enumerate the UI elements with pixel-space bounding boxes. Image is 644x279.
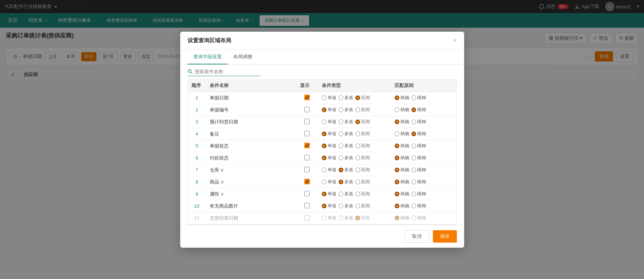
row-type-2: 单值多值区间 xyxy=(318,116,391,128)
modal-tab-query[interactable]: 查询字段设置 xyxy=(187,50,228,64)
th-type: 条件类型 xyxy=(318,79,391,92)
settings-modal: 设置查询区域布局 × 查询字段设置 布局调整 xyxy=(180,32,464,248)
row-type-7: 单值多值区间 xyxy=(318,176,391,188)
row-type-10: 单值多值区间 xyxy=(318,212,391,224)
th-name: 条件名称 xyxy=(206,79,296,92)
th-order: 顺序 xyxy=(188,79,206,92)
modal-tab-layout[interactable]: 布局调整 xyxy=(228,50,258,64)
row-show-2[interactable] xyxy=(296,116,318,128)
row-match-10: 精确模糊 xyxy=(391,212,457,224)
row-show-6[interactable] xyxy=(296,164,318,176)
modal-header: 设置查询区域布局 × xyxy=(180,32,464,50)
row-name-2: 预计到货日期 xyxy=(206,116,296,128)
modal-search-area xyxy=(180,64,464,76)
row-order-2: 3 xyxy=(188,116,206,128)
row-order-4: 5 xyxy=(188,140,206,152)
table-row: 7仓库 ∨单值多值区间精确模糊 xyxy=(188,164,457,176)
row-name-7: 商品 ∨ xyxy=(206,176,296,188)
row-name-10: 交货结束日期 xyxy=(206,212,296,224)
table-row: 11交货结束日期单值多值区间精确模糊 xyxy=(188,212,457,224)
row-name-0: 单据日期 xyxy=(206,92,296,104)
row-show-0[interactable] xyxy=(296,92,318,104)
row-order-9: 10 xyxy=(188,200,206,212)
row-order-8: 9 xyxy=(188,188,206,200)
modal-title: 设置查询区域布局 xyxy=(187,37,231,44)
show-checkbox-5[interactable] xyxy=(304,155,310,160)
row-match-8: 精确模糊 xyxy=(391,188,457,200)
row-show-5[interactable] xyxy=(296,152,318,164)
modal-tabs: 查询字段设置 布局调整 xyxy=(180,50,464,64)
row-type-0: 单值多值区间 xyxy=(318,92,391,104)
show-checkbox-7[interactable] xyxy=(304,179,310,184)
show-checkbox-3[interactable] xyxy=(304,131,310,136)
modal-table: 顺序 条件名称 显示 条件类型 匹配原则 1单据日期单值多值区间精确模糊2单据编… xyxy=(187,79,457,225)
th-show: 显示 xyxy=(296,79,318,92)
show-checkbox-6[interactable] xyxy=(304,167,310,172)
row-match-9: 精确模糊 xyxy=(391,200,457,212)
modal-overlay: 设置查询区域布局 × 查询字段设置 布局调整 xyxy=(0,0,644,279)
row-order-0: 1 xyxy=(188,92,206,104)
row-order-1: 2 xyxy=(188,104,206,116)
row-match-6: 精确模糊 xyxy=(391,164,457,176)
th-match: 匹配原则 xyxy=(391,79,457,92)
show-checkbox-2[interactable] xyxy=(304,119,310,124)
table-row: 6付款状态单值多值区间精确模糊 xyxy=(188,152,457,164)
row-type-9: 单值多值区间 xyxy=(318,200,391,212)
show-checkbox-0[interactable] xyxy=(304,95,310,100)
search-icon xyxy=(187,69,193,74)
cancel-btn[interactable]: 取消 xyxy=(404,230,429,243)
row-match-4: 精确模糊 xyxy=(391,140,457,152)
show-checkbox-4[interactable] xyxy=(304,143,310,148)
row-show-3[interactable] xyxy=(296,128,318,140)
row-show-10[interactable] xyxy=(296,212,318,224)
row-match-0: 精确模糊 xyxy=(391,92,457,104)
table-row: 3预计到货日期单值多值区间精确模糊 xyxy=(188,116,457,128)
row-name-1: 单据编号 xyxy=(206,104,296,116)
row-type-4: 单值多值区间 xyxy=(318,140,391,152)
table-row: 5单据状态单值多值区间精确模糊 xyxy=(188,140,457,152)
row-name-6: 仓库 ∨ xyxy=(206,164,296,176)
row-name-5: 付款状态 xyxy=(206,152,296,164)
row-show-7[interactable] xyxy=(296,176,318,188)
row-show-8[interactable] xyxy=(296,188,318,200)
table-row: 10有无商品图片单值多值区间精确模糊 xyxy=(188,200,457,212)
table-row: 1单据日期单值多值区间精确模糊 xyxy=(188,92,457,104)
table-row: 8商品 ∨单值多值区间精确模糊 xyxy=(188,176,457,188)
table-row: 4备注单值多值区间精确模糊 xyxy=(188,128,457,140)
row-order-3: 4 xyxy=(188,128,206,140)
search-box xyxy=(187,69,260,76)
row-type-6: 单值多值区间 xyxy=(318,164,391,176)
row-match-5: 精确模糊 xyxy=(391,152,457,164)
row-order-5: 6 xyxy=(188,152,206,164)
modal-close-btn[interactable]: × xyxy=(453,37,457,44)
row-show-9[interactable] xyxy=(296,200,318,212)
row-order-7: 8 xyxy=(188,176,206,188)
show-checkbox-10[interactable] xyxy=(304,215,310,220)
table-row: 2单据编号单值多值区间精确模糊 xyxy=(188,104,457,116)
row-type-5: 单值多值区间 xyxy=(318,152,391,164)
row-match-7: 精确模糊 xyxy=(391,176,457,188)
row-match-3: 精确模糊 xyxy=(391,128,457,140)
show-checkbox-9[interactable] xyxy=(304,203,310,208)
row-name-9: 有无商品图片 xyxy=(206,200,296,212)
row-show-4[interactable] xyxy=(296,140,318,152)
row-match-2: 精确模糊 xyxy=(391,116,457,128)
show-checkbox-1[interactable] xyxy=(304,107,310,112)
search-input[interactable] xyxy=(195,69,260,74)
row-type-1: 单值多值区间 xyxy=(318,104,391,116)
row-match-1: 精确模糊 xyxy=(391,104,457,116)
row-order-6: 7 xyxy=(188,164,206,176)
svg-line-8 xyxy=(191,72,192,74)
row-order-10: 11 xyxy=(188,212,206,224)
show-checkbox-8[interactable] xyxy=(304,191,310,196)
row-name-8: 属性 ∨ xyxy=(206,188,296,200)
row-show-1[interactable] xyxy=(296,104,318,116)
row-type-3: 单值多值区间 xyxy=(318,128,391,140)
modal-footer: 取消 保存 xyxy=(180,225,464,248)
save-btn[interactable]: 保存 xyxy=(433,230,457,243)
row-name-3: 备注 xyxy=(206,128,296,140)
row-type-8: 单值多值区间 xyxy=(318,188,391,200)
table-row: 9属性 ∨单值多值区间精确模糊 xyxy=(188,188,457,200)
row-name-4: 单据状态 xyxy=(206,140,296,152)
